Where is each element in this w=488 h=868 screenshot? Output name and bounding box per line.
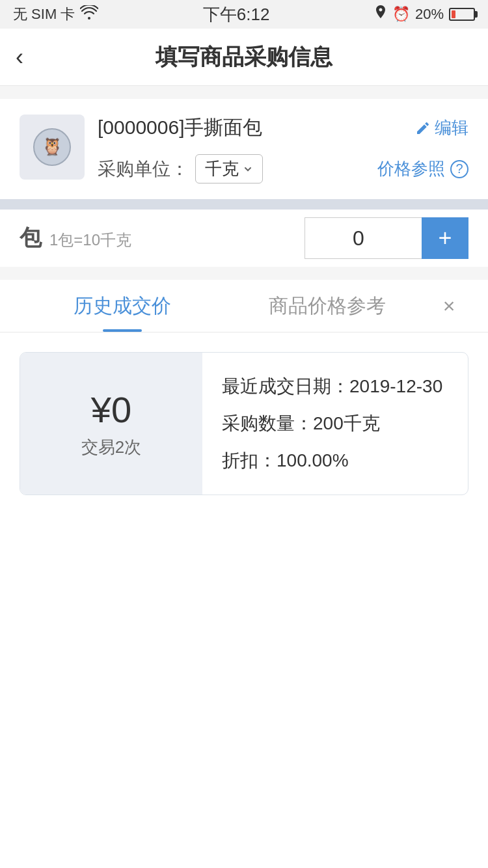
status-bar: 无 SIM 卡 下午6:12 ⏰ 20%: [0, 0, 488, 29]
recent-date-row: 最近成交日期：2019-12-30: [222, 372, 448, 401]
history-content: ¥0 交易2次 最近成交日期：2019-12-30 采购数量：200千克 折扣：…: [0, 332, 488, 515]
quantity-control: +: [305, 217, 468, 259]
history-price-panel: ¥0 交易2次: [20, 353, 202, 495]
purchase-qty-label: 采购数量：: [222, 413, 313, 433]
product-row: 🦉 [0000006]手撕面包 编辑 采购单位： 千克: [20, 115, 468, 183]
page-header: ‹ 填写商品采购信息: [0, 29, 488, 86]
purchase-qty-row: 采购数量：200千克: [222, 409, 448, 439]
tab-history-label: 历史成交价: [74, 293, 171, 319]
status-time: 下午6:12: [203, 3, 270, 26]
tab-history-price[interactable]: 历史成交价: [20, 280, 224, 332]
status-right-group: ⏰ 20%: [374, 5, 475, 23]
quantity-label: 包 1包=10千克: [20, 223, 131, 253]
recent-date-value: 2019-12-30: [349, 376, 442, 396]
recent-date-label: 最近成交日期：: [222, 376, 349, 396]
wifi-icon: [80, 5, 98, 23]
quantity-input[interactable]: [305, 217, 422, 259]
discount-row: 折扣：100.00%: [222, 446, 448, 476]
tab-section: 历史成交价 商品价格参考 × ¥0 交易2次 最近成交日期：2019-12-30…: [0, 280, 488, 515]
unit-value: 千克: [205, 157, 239, 180]
battery-icon: [449, 8, 475, 21]
tab-price-reference[interactable]: 商品价格参考: [224, 280, 429, 332]
purchase-unit-label: 采购单位：: [98, 157, 189, 182]
purchase-qty-value: 200千克: [313, 413, 380, 433]
discount-value: 100.00%: [277, 450, 349, 470]
product-title: 手撕面包: [184, 116, 262, 138]
battery-percent: 20%: [415, 6, 444, 23]
edit-label: 编辑: [435, 116, 468, 139]
product-thumbnail: 🦉: [20, 115, 85, 180]
quantity-plus-button[interactable]: +: [422, 217, 468, 259]
bottom-area: [0, 515, 488, 868]
purchase-unit: 采购单位： 千克: [98, 154, 263, 183]
back-button[interactable]: ‹: [16, 44, 23, 71]
location-icon: [374, 5, 387, 23]
quantity-section: 包 1包=10千克 +: [0, 210, 488, 267]
history-price-value: ¥0: [91, 388, 131, 431]
history-details-panel: 最近成交日期：2019-12-30 采购数量：200千克 折扣：100.00%: [202, 353, 468, 495]
price-reference-button[interactable]: 价格参照 ?: [377, 157, 468, 180]
discount-label: 折扣：: [222, 450, 277, 470]
edit-icon: [415, 120, 431, 136]
price-number: 0: [111, 389, 131, 430]
tab-bar: 历史成交价 商品价格参考 ×: [0, 280, 488, 332]
price-ref-label: 价格参照: [377, 157, 445, 180]
product-header-row: [0000006]手撕面包 编辑: [98, 115, 468, 141]
tab-reference-label: 商品价格参考: [269, 293, 386, 319]
edit-button[interactable]: 编辑: [415, 116, 468, 139]
product-name: [0000006]手撕面包: [98, 115, 262, 141]
product-info: [0000006]手撕面包 编辑 采购单位： 千克: [98, 115, 468, 183]
price-symbol: ¥: [91, 389, 111, 430]
page-title: 填写商品采购信息: [156, 42, 332, 72]
carrier-text: 无 SIM 卡: [13, 5, 75, 24]
tab-close-button[interactable]: ×: [429, 286, 468, 325]
history-card: ¥0 交易2次 最近成交日期：2019-12-30 采购数量：200千克 折扣：…: [20, 352, 468, 495]
section-divider: [0, 199, 488, 210]
chevron-down-icon: [243, 164, 253, 174]
status-carrier: 无 SIM 卡: [13, 5, 98, 24]
unit-selector[interactable]: 千克: [195, 154, 263, 183]
history-trades-count: 交易2次: [81, 436, 141, 459]
price-ref-info-icon: ?: [450, 160, 468, 178]
product-section: 🦉 [0000006]手撕面包 编辑 采购单位： 千克: [0, 99, 488, 199]
unit-main-label: 包: [20, 223, 42, 253]
product-id: [0000006]: [98, 116, 184, 138]
purchase-row: 采购单位： 千克 价格参照 ?: [98, 154, 468, 183]
alarm-icon: ⏰: [392, 6, 410, 23]
svg-text:🦉: 🦉: [42, 136, 63, 157]
unit-conversion-label: 1包=10千克: [49, 230, 131, 251]
product-logo-icon: 🦉: [33, 128, 72, 167]
